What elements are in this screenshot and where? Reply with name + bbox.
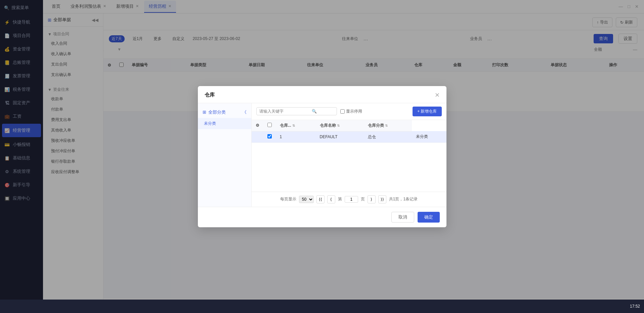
modal-select-all[interactable] — [267, 123, 272, 127]
warehouse-modal: 仓库 ✕ ⊞ 全部分类 《 未分类 🔍 显示 — [198, 86, 446, 227]
modal-per-page-label: 每页显示 — [280, 196, 296, 202]
modal-table-row[interactable]: 1 DEFAULT 总仓 未分类 — [252, 131, 446, 143]
modal-next-page-btn[interactable]: ⟩ — [368, 195, 376, 203]
modal-row-id: 1 — [276, 131, 316, 143]
modal-col-category: 仓库分类 ⇅ — [364, 120, 412, 131]
modal-row-check[interactable] — [267, 134, 272, 139]
modal-page-input[interactable] — [345, 196, 358, 203]
modal-col-name: 仓库名称 ⇅ — [316, 120, 364, 131]
sort-icon-code: ⇅ — [292, 124, 295, 127]
confirm-button[interactable]: 确定 — [418, 212, 440, 223]
modal-sidebar-collapse-icon[interactable]: 《 — [242, 109, 247, 115]
modal-col-code: 仓库... ⇅ — [276, 120, 316, 131]
show-disabled-checkbox[interactable] — [340, 109, 345, 114]
modal-footer-bar: 每页显示 50 ⟨⟨ ⟨ 第 页 ⟩ ⟩⟩ 共1页，1条记录 — [252, 192, 446, 207]
modal-search-icon: 🔍 — [312, 109, 317, 114]
modal-total-info: 共1页，1条记录 — [389, 196, 418, 202]
modal-row-code: DEFAULT — [316, 131, 364, 143]
modal-main: 🔍 显示停用 + 新增仓库 ⚙ 仓库... — [252, 103, 446, 207]
modal-sidebar: ⊞ 全部分类 《 未分类 — [198, 103, 252, 207]
modal-actions: 取消 确定 — [198, 207, 446, 227]
modal-sidebar-uncategorized[interactable]: 未分类 — [198, 118, 251, 129]
all-category-icon: ⊞ — [203, 110, 206, 115]
modal-body: ⊞ 全部分类 《 未分类 🔍 显示停用 + 新增仓库 — [198, 103, 446, 207]
modal-row-checkbox[interactable] — [263, 131, 276, 143]
modal-table-header: ⚙ 仓库... ⇅ 仓库名称 ⇅ 仓库分类 — [252, 120, 446, 131]
all-category-label[interactable]: 全部分类 — [208, 109, 226, 115]
taskbar-right: 17:52 — [630, 304, 640, 309]
sort-icon-name: ⇅ — [337, 124, 340, 127]
taskbar: 17:52 — [0, 300, 644, 313]
modal-col-settings[interactable]: ⚙ — [252, 120, 263, 131]
modal-search-box[interactable]: 🔍 — [256, 107, 337, 115]
modal-table: ⚙ 仓库... ⇅ 仓库名称 ⇅ 仓库分类 — [252, 120, 446, 143]
modal-per-page-select[interactable]: 50 — [299, 196, 314, 203]
modal-page-label: 第 — [338, 196, 342, 202]
sort-icon-category: ⇅ — [385, 124, 388, 127]
add-warehouse-button[interactable]: + 新增仓库 — [413, 107, 441, 116]
modal-table-area: ⚙ 仓库... ⇅ 仓库名称 ⇅ 仓库分类 — [252, 120, 446, 192]
modal-row-category: 未分类 — [412, 131, 446, 143]
modal-row-name: 总仓 — [364, 131, 412, 143]
modal-last-page-btn[interactable]: ⟩⟩ — [378, 195, 386, 203]
modal-title: 仓库 — [205, 92, 215, 98]
modal-search-input[interactable] — [259, 109, 310, 114]
modal-row-settings — [252, 131, 263, 143]
show-disabled-label[interactable]: 显示停用 — [340, 109, 362, 114]
modal-sidebar-header: ⊞ 全部分类 《 — [198, 107, 251, 118]
cancel-button[interactable]: 取消 — [391, 212, 414, 223]
modal-header: 仓库 ✕ — [198, 86, 446, 103]
taskbar-time: 17:52 — [630, 304, 640, 309]
modal-first-page-btn[interactable]: ⟨⟨ — [316, 195, 325, 203]
modal-toolbar: 🔍 显示停用 + 新增仓库 — [252, 103, 446, 120]
modal-page-unit: 页 — [361, 196, 365, 202]
modal-close-button[interactable]: ✕ — [435, 91, 440, 99]
modal-prev-page-btn[interactable]: ⟨ — [327, 195, 335, 203]
modal-col-checkbox[interactable] — [263, 120, 276, 131]
